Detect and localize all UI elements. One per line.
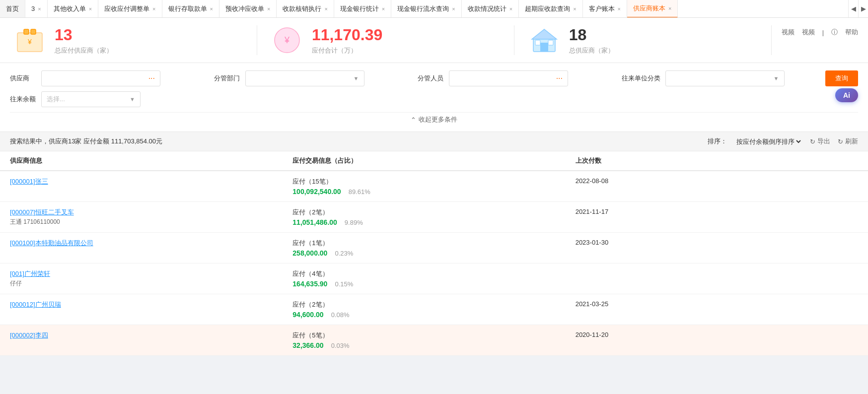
nav-prev-arrow[interactable]: ◀ [848,0,858,18]
category-filter-arrow: ▼ [774,75,779,81]
nav-tab-supplier-account[interactable]: 供应商账本 × [627,0,678,18]
nav-tab-prepay[interactable]: 预收冲应收单 × [219,0,277,18]
supplier-link-0[interactable]: [000001]张三 [10,177,292,186]
nav-tab-supplier-account-label: 供应商账本 [633,4,665,13]
payable-cell-3: 应付（4笔） 164,635.90 0.15% [292,269,575,288]
table-header: 供应商信息 应付交易信息（占比） 上次付数 [0,151,868,171]
nav-tab-collection-stats-close[interactable]: × [509,6,512,12]
nav-tab-cash-stats-label: 现金银行统计 [340,4,379,13]
nav-tab-prepay-close[interactable]: × [267,6,270,12]
payable-pct-2: 0.23% [335,250,353,257]
dept-filter-label: 分管部门 [214,74,241,83]
supplier-link-1[interactable]: [000007]恒旺二手叉车 [10,208,292,217]
nav-next-arrow[interactable]: ▶ [858,0,868,18]
nav-tab-adjustment-close[interactable]: × [152,6,155,12]
nav-tab-3-close[interactable]: × [38,6,41,12]
collapse-btn-label: 收起更多条件 [419,115,457,124]
nav-tab-adjustment[interactable]: 应收应付调整单 × [98,0,162,18]
refresh-btn[interactable]: ↻ 刷新 [838,137,858,146]
supplier-link-3[interactable]: [001]广州荣轩 [10,269,292,278]
stat-info-payable-total: 11,170.39 应付合计（万） [312,25,382,55]
export-icon: ↻ [810,138,815,145]
nav-tab-customer-account-close[interactable]: × [618,6,621,12]
supplier-filter-input[interactable]: ··· [41,70,160,86]
collapse-btn[interactable]: ⌃ 收起更多条件 [10,112,858,127]
nav-tab-cash-flow-close[interactable]: × [452,6,455,12]
stat-icon-payable: ¥ [272,25,302,55]
help-link[interactable]: 帮助 [845,28,858,37]
supplier-cell-4: [000012]广州贝瑞 [10,300,292,309]
payable-count-0: 应付（15笔） [292,177,575,186]
nav-tab-cash-stats[interactable]: 现金银行统计 × [334,0,391,18]
video-link[interactable]: 视频 [782,28,795,37]
stat-number-suppliers-owed: 13 [55,25,113,44]
export-btn[interactable]: ↻ 导出 [810,137,830,146]
person-filter-input[interactable]: ··· [449,70,568,86]
nav-tab-collection[interactable]: 收款核销执行 × [277,0,334,18]
col-header-payable: 应付交易信息（占比） [292,156,575,165]
category-filter-input[interactable]: ▼ [665,70,785,86]
video-text[interactable]: 视频 [802,28,815,37]
sort-label: 排序： [708,137,727,146]
help-icon: ⓘ [831,28,838,37]
table-row: [000002]李四 应付（5笔） 32,366.00 0.03% 2020-1… [0,325,868,356]
stat-label-suppliers-owed: 总应付供应商（家） [55,46,113,55]
filter-section: 供应商 ··· 分管部门 ▼ 分管人员 ··· 往来单位分类 [0,63,868,132]
nav-tab-overdue-label: 超期应收款查询 [525,4,570,13]
payable-amount-3[interactable]: 164,635.90 [292,280,327,288]
nav-tab-cash-flow[interactable]: 现金银行流水查询 × [391,0,461,18]
balance-filter-input[interactable]: 选择... ▼ [41,91,141,107]
last-pay-1: 2021-11-17 [576,208,609,215]
payable-pct-3: 0.15% [335,280,353,288]
last-pay-0: 2022-08-08 [576,177,609,185]
nav-tab-overdue[interactable]: 超期应收款查询 × [519,0,582,18]
query-button[interactable]: 查询 [825,70,858,86]
supplier-cell-0: [000001]张三 [10,177,292,186]
stat-icon-supplier: ¥ [15,25,45,55]
nav-tab-supplier-account-close[interactable]: × [668,5,671,11]
last-pay-cell-1: 2021-11-17 [576,208,858,215]
nav-tab-collection-label: 收款核销执行 [283,4,321,13]
payable-cell-0: 应付（15笔） 100,092,540.00 89.61% [292,177,575,196]
person-filter-dots: ··· [556,74,563,83]
nav-tab-bank[interactable]: 银行存取款单 × [162,0,219,18]
payable-count-1: 应付（2笔） [292,208,575,217]
nav-tab-customer-account[interactable]: 客户账本 × [583,0,627,18]
supplier-link-4[interactable]: [000012]广州贝瑞 [10,300,292,309]
svg-marker-7 [532,29,557,39]
ai-button-label: Ai [843,91,850,99]
payable-amount-4[interactable]: 94,600.00 [292,311,323,319]
nav-tab-bank-close[interactable]: × [210,6,213,12]
nav-tab-collection-close[interactable]: × [324,6,327,12]
nav-tab-collection-stats[interactable]: 收款情况统计 × [462,0,519,18]
supplier-link-5[interactable]: [000002]李四 [10,331,292,340]
export-label: 导出 [817,137,830,146]
nav-arrows: ◀ ▶ [848,0,868,18]
separator: | [822,29,824,36]
nav-tab-cash-stats-close[interactable]: × [382,6,385,12]
payable-pct-5: 0.03% [331,342,350,349]
payable-pct-4: 0.08% [331,311,350,319]
payable-cell-1: 应付（2笔） 11,051,486.00 9.89% [292,208,575,226]
nav-tab-home[interactable]: 首页 [0,0,25,18]
nav-tab-adjustment-label: 应收应付调整单 [104,4,149,13]
sort-select[interactable]: 按应付余额倒序排序 [734,137,802,146]
top-nav: 首页 3 × 其他收入单 × 应收应付调整单 × 银行存取款单 × 预收冲应收单… [0,0,868,18]
dept-filter-input[interactable]: ▼ [245,70,364,86]
nav-tab-3[interactable]: 3 × [25,0,48,18]
payable-pct-0: 89.61% [349,188,370,196]
nav-tab-home-label: 首页 [6,4,19,13]
balance-filter-arrow: ▼ [130,96,135,102]
supplier-link-2[interactable]: [000100]本特勤油品有限公司 [10,239,292,248]
last-pay-cell-5: 2020-11-20 [576,331,858,338]
payable-amount-1[interactable]: 11,051,486.00 [292,218,337,226]
nav-tab-other-income-close[interactable]: × [89,6,92,12]
payable-amount-5[interactable]: 32,366.00 [292,341,323,349]
payable-amount-0[interactable]: 100,092,540.00 [292,188,341,196]
nav-tab-overdue-close[interactable]: × [573,6,576,12]
payable-amount-2[interactable]: 258,000.00 [292,249,327,257]
ai-button[interactable]: Ai [835,88,858,102]
nav-tab-prepay-label: 预收冲应收单 [225,4,264,13]
nav-tab-other-income[interactable]: 其他收入单 × [48,0,98,18]
balance-placeholder: 选择... [47,95,130,104]
